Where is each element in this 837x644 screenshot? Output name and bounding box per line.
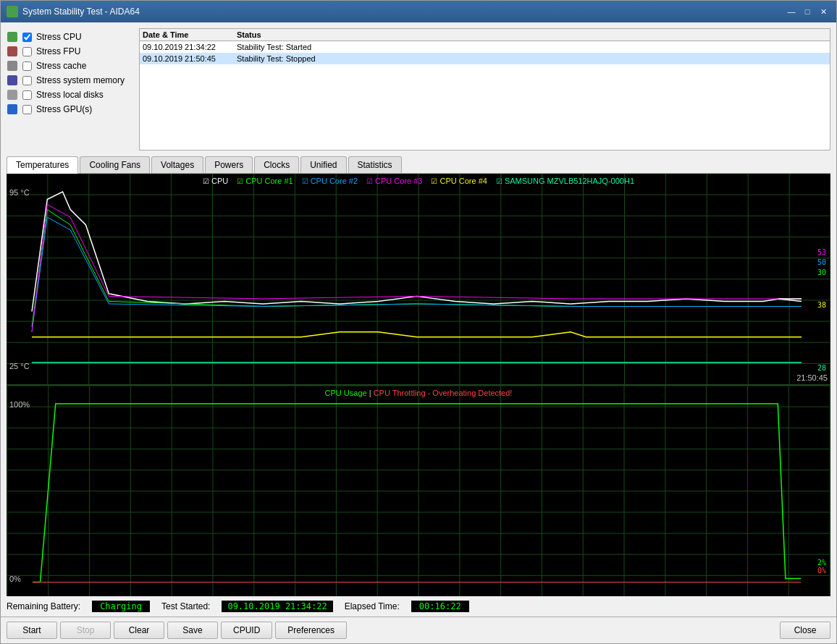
legend-cpu: ☑ CPU [203, 177, 228, 185]
minimize-button[interactable]: — [784, 4, 799, 19]
clear-button[interactable]: Clear [114, 622, 164, 639]
preferences-button[interactable]: Preferences [275, 622, 347, 639]
charts-section: ☑ CPU ☑ CPU Core #1 ☑ CPU Core #2 ☑ CPU … [7, 174, 830, 596]
test-started-label: Test Started: [161, 601, 210, 611]
test-started-value: 09.10.2019 21:34:22 [222, 601, 332, 612]
val-53: 53 [817, 247, 826, 258]
start-button[interactable]: Start [7, 622, 57, 639]
temp-chart-legend: ☑ CPU ☑ CPU Core #1 ☑ CPU Core #2 ☑ CPU … [7, 177, 830, 185]
stress-memory-item[interactable]: Stress system memory [7, 75, 133, 86]
temperature-chart: ☑ CPU ☑ CPU Core #1 ☑ CPU Core #2 ☑ CPU … [7, 174, 830, 386]
log-row[interactable]: 09.10.2019 21:34:22 Stability Test: Star… [140, 41, 830, 53]
log-panel[interactable]: Date & Time Status 09.10.2019 21:34:22 S… [139, 28, 830, 151]
temp-y-top: 95 °C [9, 188, 30, 197]
battery-value: Charging [92, 601, 150, 612]
usage-chart-svg [7, 386, 830, 597]
stress-fpu-checkbox[interactable] [22, 47, 32, 56]
usage-title: CPU Usage [325, 389, 367, 397]
save-button[interactable]: Save [167, 622, 218, 639]
log-header: Date & Time Status [140, 29, 830, 41]
legend-core3-label: CPU Core #3 [375, 177, 422, 185]
stress-fpu-label: Stress FPU [36, 46, 80, 56]
tab-clocks[interactable]: Clocks [254, 156, 299, 173]
val-30: 30 [817, 268, 826, 278]
cpuid-button[interactable]: CPUID [221, 622, 272, 639]
val-50: 50 [817, 258, 826, 268]
usage-y-top: 100% [9, 400, 30, 409]
stress-options-panel: Stress CPU Stress FPU Stress cache Stres… [7, 28, 133, 151]
content-area: Stress CPU Stress FPU Stress cache Stres… [1, 22, 836, 643]
tab-cooling-fans[interactable]: Cooling Fans [80, 156, 150, 173]
usage-val-0: 0% [817, 567, 826, 575]
legend-core4: ☑ CPU Core #4 [431, 177, 487, 185]
stress-disk-checkbox[interactable] [22, 90, 32, 100]
usage-right-values: 2% 0% [817, 559, 826, 575]
legend-cpu-label: CPU [211, 177, 228, 185]
legend-samsung-label: SAMSUNG MZVLB512HAJQ-000H1 [505, 177, 634, 185]
legend-samsung: ☑ SAMSUNG MZVLB512HAJQ-000H1 [496, 177, 634, 185]
log-header-status: Status [237, 30, 827, 39]
stress-cpu-label: Stress CPU [36, 32, 82, 42]
stress-cache-label: Stress cache [36, 61, 86, 71]
stress-memory-checkbox[interactable] [22, 76, 32, 85]
log-status-2: Stability Test: Stopped [237, 54, 827, 63]
throttling-label: CPU Throttling - Overheating Detected! [374, 389, 513, 397]
tab-powers[interactable]: Powers [205, 156, 253, 173]
stress-gpu-label: Stress GPU(s) [36, 104, 92, 114]
title-bar: System Stability Test - AIDA64 — □ ✕ [1, 1, 836, 22]
tab-voltages[interactable]: Voltages [151, 156, 203, 173]
log-datetime-1: 09.10.2019 21:34:22 [143, 43, 237, 51]
window-close-button[interactable]: ✕ [816, 4, 830, 19]
log-datetime-2: 09.10.2019 21:50:45 [143, 54, 237, 63]
tab-unified[interactable]: Unified [300, 156, 346, 173]
legend-core4-label: CPU Core #4 [439, 177, 487, 185]
window-title: System Stability Test - AIDA64 [22, 7, 140, 17]
usage-val-2: 2% [817, 559, 826, 567]
stress-gpu-checkbox[interactable] [22, 105, 32, 114]
usage-chart-title: CPU Usage | CPU Throttling - Overheating… [7, 389, 830, 397]
elapsed-value: 00:16:22 [411, 601, 469, 612]
log-row[interactable]: 09.10.2019 21:50:45 Stability Test: Stop… [140, 53, 830, 64]
gpu-icon [7, 104, 17, 114]
tabs-section: Temperatures Cooling Fans Voltages Power… [1, 156, 836, 174]
bottom-bar: Start Stop Clear Save CPUID Preferences … [1, 617, 836, 643]
battery-label: Remaining Battery: [7, 601, 80, 611]
legend-core3: ☑ CPU Core #3 [366, 177, 422, 185]
stress-disk-item[interactable]: Stress local disks [7, 89, 133, 101]
top-section: Stress CPU Stress FPU Stress cache Stres… [1, 22, 836, 156]
cpu-icon [7, 32, 17, 42]
log-status-1: Stability Test: Started [237, 43, 827, 51]
legend-core2: ☑ CPU Core #2 [302, 177, 358, 185]
legend-core1: ☑ CPU Core #1 [237, 177, 293, 185]
stress-gpu-item[interactable]: Stress GPU(s) [7, 103, 133, 115]
cpu-usage-chart: CPU Usage | CPU Throttling - Overheating… [7, 386, 830, 597]
val-38: 38 [817, 300, 826, 310]
log-header-datetime: Date & Time [143, 30, 237, 39]
tabs-bar: Temperatures Cooling Fans Voltages Power… [7, 156, 830, 174]
temp-right-values: 53 50 30 [817, 247, 826, 278]
stress-fpu-item[interactable]: Stress FPU [7, 46, 133, 57]
maximize-button[interactable]: □ [800, 4, 815, 19]
stress-disk-label: Stress local disks [36, 90, 104, 100]
cache-icon [7, 61, 17, 71]
temp-y-bottom: 25 °C [9, 362, 30, 370]
val-28: 28 [817, 364, 826, 372]
stress-cache-checkbox[interactable] [22, 62, 32, 71]
mem-icon [7, 75, 17, 85]
stress-cpu-checkbox[interactable] [22, 33, 32, 42]
temp-right-values-2: 38 [817, 300, 826, 310]
stress-cache-item[interactable]: Stress cache [7, 60, 133, 72]
close-button[interactable]: Close [780, 622, 830, 639]
legend-core2-label: CPU Core #2 [311, 177, 358, 185]
tab-temperatures[interactable]: Temperatures [7, 156, 78, 174]
app-icon [7, 6, 18, 17]
temp-timestamp: 21:50:45 [796, 373, 828, 382]
stress-memory-label: Stress system memory [36, 75, 125, 85]
tab-statistics[interactable]: Statistics [348, 156, 402, 173]
stress-cpu-item[interactable]: Stress CPU [7, 31, 133, 43]
main-window: System Stability Test - AIDA64 — □ ✕ Str… [0, 0, 837, 644]
legend-core1-label: CPU Core #1 [245, 177, 293, 185]
temp-right-values-3: 28 [817, 364, 826, 372]
status-bar: Remaining Battery: Charging Test Started… [1, 596, 836, 617]
stop-button[interactable]: Stop [60, 622, 111, 639]
